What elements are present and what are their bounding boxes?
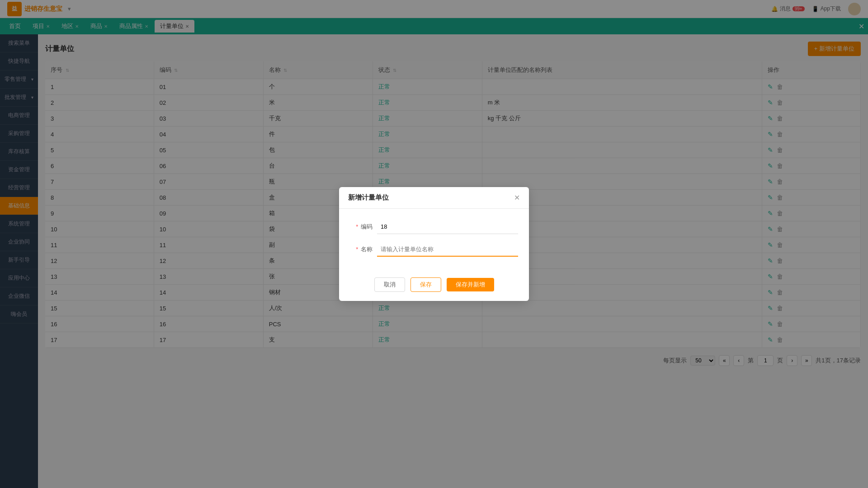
name-label: * 名称 [350,245,377,253]
modal-footer: 取消 保存 保存并新增 [339,272,529,301]
required-mark-name: * [356,246,358,253]
modal-close-button[interactable]: ✕ [514,193,520,202]
modal-dialog: 新增计量单位 ✕ * 编码 * 名称 取消 保存 保存并新增 [339,187,529,301]
name-input[interactable] [377,242,518,257]
modal-title: 新增计量单位 [348,193,389,202]
modal-body: * 编码 * 名称 [339,209,529,272]
required-mark: * [356,223,358,230]
form-row-name: * 名称 [350,242,518,257]
code-input[interactable] [377,220,518,234]
code-label: * 编码 [350,223,377,231]
form-row-code: * 编码 [350,220,518,234]
modal-header: 新增计量单位 ✕ [339,187,529,209]
save-and-new-button[interactable]: 保存并新增 [447,278,494,291]
cancel-button[interactable]: 取消 [374,277,405,292]
save-button[interactable]: 保存 [410,277,441,292]
modal-overlay: 新增计量单位 ✕ * 编码 * 名称 取消 保存 保存并新增 [0,0,868,488]
